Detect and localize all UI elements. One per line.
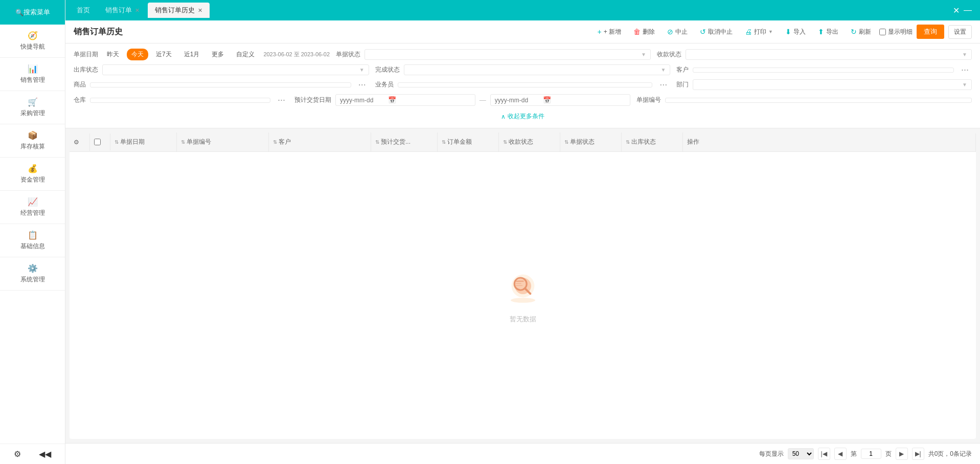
page-number-input[interactable] [861,449,881,459]
tab-home[interactable]: 首页 [70,3,97,18]
sidebar-item-basic-info[interactable]: 📋 基础信息 [0,224,65,257]
salesperson-more-icon[interactable]: ··· [656,79,670,90]
date-btn-custom[interactable]: 自定义 [232,49,259,60]
tab-sales-order-close[interactable]: ✕ [135,7,140,14]
sidebar-item-quick-nav[interactable]: 🧭 快捷导航 [0,25,65,58]
th-date-sort-icon[interactable]: ⇅ [115,139,119,145]
table-settings-icon[interactable]: ⚙ [74,139,79,146]
collapse-label: 收起更多条件 [508,112,544,121]
display-detail-toggle[interactable]: 显示明细 [879,28,913,36]
delete-button[interactable]: 🗑 删除 [629,26,659,38]
date2-input[interactable] [495,97,541,104]
tab-sales-order-history-close[interactable]: ✕ [198,7,202,14]
th-bill-status[interactable]: ⇅ 单据状态 [560,132,622,151]
th-amount-sort-icon[interactable]: ⇅ [442,139,446,145]
payment-status-select[interactable]: ▼ [686,49,972,60]
th-settings[interactable]: ⚙ [70,134,90,151]
th-bill-label: 单据状态 [570,138,595,146]
sidebar-item-inventory[interactable]: 📦 库存核算 [0,124,65,158]
search-menu[interactable]: 🔍 搜索菜单 [0,0,65,25]
last-page-button[interactable]: ▶| [912,448,924,460]
print-dropdown-icon[interactable]: ▼ [768,29,773,34]
sidebar-item-purchase-mgmt[interactable]: 🛒 采购管理 [0,91,65,124]
collapse-icon[interactable]: ◀◀ [39,449,51,459]
payment-status-filter: 收款状态 ▼ [657,49,972,60]
date-btn-more[interactable]: 更多 [207,49,229,60]
per-page-select[interactable]: 50 10 20 100 [788,448,814,459]
tab-sales-order[interactable]: 销售订单 ✕ [98,3,147,18]
delivery-status-arrow-icon: ▼ [359,67,364,73]
th-delivery-sort-icon[interactable]: ⇅ [375,139,379,145]
tab-sales-order-label: 销售订单 [105,6,132,15]
first-page-button[interactable]: |◀ [818,448,830,460]
window-close-icon[interactable]: ✕ [953,6,960,15]
th-customer-sort-icon[interactable]: ⇅ [273,139,277,145]
date-btn-7days[interactable]: 近7天 [151,49,176,60]
new-button[interactable]: + + 新增 [594,26,626,38]
calendar2-icon[interactable]: 📅 [543,96,551,104]
tab-sales-order-history[interactable]: 销售订单历史 ✕ [148,3,210,18]
expected-delivery-date1[interactable]: 📅 [335,94,475,106]
th-number-sort-icon[interactable]: ⇅ [181,139,185,145]
cancel-stop-icon: ↺ [700,28,706,36]
th-order-amount[interactable]: ⇅ 订单金额 [438,132,499,151]
calendar1-icon[interactable]: 📅 [388,96,396,104]
th-payment-status[interactable]: ⇅ 收款状态 [499,132,560,151]
th-number[interactable]: ⇅ 单据编号 [177,132,269,151]
refresh-button[interactable]: ↻ 刷新 [847,26,875,38]
completion-status-select[interactable]: ▼ [404,64,671,75]
date-btn-yesterday[interactable]: 昨天 [102,49,124,60]
display-detail-checkbox[interactable] [879,29,886,35]
collapse-button[interactable]: ∧ 收起更多条件 [74,110,972,123]
toolbar: 销售订单历史 + + 新增 🗑 删除 ⊘ 中止 ↺ 取消中止 [65,20,980,43]
department-select[interactable]: ▼ [693,79,972,90]
sidebar-label-finance: 资金管理 [20,175,45,184]
next-page-button[interactable]: ▶ [896,448,908,460]
payment-status-arrow-icon: ▼ [962,52,967,57]
customer-more-icon[interactable]: ··· [958,64,972,75]
goods-input-area [90,82,351,87]
th-customer[interactable]: ⇅ 客户 [269,132,371,151]
warehouse-more-icon[interactable]: ··· [275,95,288,105]
th-bill-sort-icon[interactable]: ⇅ [564,139,568,145]
th-delivery-status[interactable]: ⇅ 出库状态 [622,132,683,151]
date1-input[interactable] [340,97,386,104]
date-btn-today[interactable]: 今天 [127,49,148,60]
goods-more-icon[interactable]: ··· [355,79,369,90]
settings-button[interactable]: 设置 [948,25,972,39]
import-button[interactable]: ⬇ 导入 [781,26,810,38]
warehouse-filter: 仓库 ··· [74,95,288,105]
sidebar-item-operations[interactable]: 📈 经营管理 [0,191,65,224]
th-payment-sort-icon[interactable]: ⇅ [503,139,507,145]
completion-status-filter: 完成状态 ▼ [375,64,671,75]
gear-icon: ⚙️ [28,263,38,273]
sidebar-item-system-mgmt[interactable]: ⚙️ 系统管理 [0,257,65,291]
expected-delivery-date2[interactable]: 📅 [490,94,630,106]
prev-page-button[interactable]: ◀ [834,448,847,460]
query-button[interactable]: 查询 [917,25,944,39]
th-checkbox[interactable] [90,134,110,150]
th-delivery-status-sort-icon[interactable]: ⇅ [626,139,630,145]
sidebar-label-inventory: 库存核算 [20,142,45,151]
sidebar-item-finance[interactable]: 💰 资金管理 [0,158,65,191]
date-btn-1month[interactable]: 近1月 [179,49,204,60]
cancel-stop-button[interactable]: ↺ 取消中止 [696,26,737,38]
filter-row-4: 仓库 ··· 预计交货日期 📅 — 📅 [74,94,972,106]
delivery-status-select[interactable]: ▼ [102,64,369,75]
window-min-icon[interactable]: — [964,6,972,15]
export-button[interactable]: ⬆ 导出 [814,26,842,38]
customer-label: 客户 [676,65,689,74]
bill-status-select[interactable]: ▼ [364,49,651,60]
refresh-label: 刷新 [859,28,871,36]
stop-button[interactable]: ⊘ 中止 [663,26,692,38]
th-expected-delivery[interactable]: ⇅ 预计交货... [371,132,438,151]
tabs-container: 首页 销售订单 ✕ 销售订单历史 ✕ [70,3,210,18]
settings-icon[interactable]: ⚙ [14,449,21,459]
delete-label: 删除 [643,28,655,36]
th-number-label: 单据编号 [187,138,211,146]
print-button[interactable]: 🖨 打印 ▼ [741,26,777,38]
sidebar-item-sales-mgmt[interactable]: 📊 销售管理 [0,58,65,91]
date-range-separator: — [480,96,486,104]
select-all-checkbox[interactable] [94,139,101,145]
th-date[interactable]: ⇅ 单据日期 [110,132,177,151]
